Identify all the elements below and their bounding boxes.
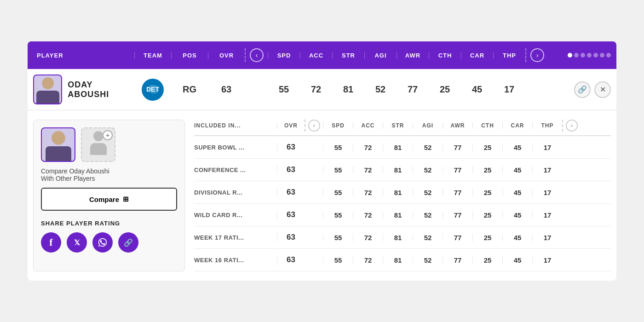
- row-3-ovr: 63: [277, 210, 305, 219]
- pagination-dot-5[interactable]: [593, 53, 598, 58]
- player-avatar: [33, 75, 62, 104]
- player-pos: RG: [171, 84, 208, 95]
- row-1-awr: 77: [443, 166, 472, 174]
- row-3-thp: 17: [532, 211, 562, 219]
- row-0-name: SUPER BOWL ...: [194, 144, 277, 151]
- pagination-dot-2[interactable]: [574, 53, 579, 58]
- row-2-car: 45: [502, 189, 532, 196]
- header-agi: AGI: [364, 52, 397, 59]
- row-5-awr: 77: [443, 256, 472, 264]
- row-0-acc: 72: [353, 144, 383, 151]
- player-name: ODAY ABOUSHI: [68, 80, 134, 99]
- pagination-dot-3[interactable]: [581, 53, 585, 58]
- row-1-ovr: 63: [277, 165, 305, 174]
- row-1-acc: 72: [353, 166, 383, 174]
- row-5-ovr: 63: [277, 255, 305, 264]
- content-area: + Compare Oday AboushiWith Other Players…: [28, 110, 616, 281]
- header-row: PLAYER TEAM POS OVR ‹ SPD ACC STR AGI AW…: [28, 41, 616, 69]
- pagination-dot-6[interactable]: [600, 53, 604, 58]
- header-ovr: OVR: [208, 52, 245, 59]
- prev-button[interactable]: ‹: [250, 48, 264, 62]
- row-5-str: 81: [383, 256, 413, 264]
- row-3-awr: 77: [443, 211, 472, 219]
- row-0-awr: 77: [443, 144, 472, 151]
- compare-avatar-secondary[interactable]: +: [81, 127, 115, 162]
- row-2-spd: 55: [323, 189, 353, 196]
- whatsapp-share-button[interactable]: [92, 232, 113, 253]
- row-0-thp: 17: [532, 144, 562, 151]
- row-1-car: 45: [502, 166, 532, 174]
- silhouette-body: [90, 143, 107, 155]
- header-thp: THP: [493, 52, 525, 59]
- th-agi: AGI: [413, 122, 443, 129]
- header-team: TEAM: [134, 52, 171, 59]
- header-player: PLAYER: [33, 52, 134, 59]
- player-spd: 55: [268, 84, 300, 95]
- twitter-share-button[interactable]: 𝕏: [67, 232, 87, 253]
- row-3-cth: 25: [472, 211, 502, 219]
- compare-label: Compare Oday AboushiWith Other Players: [41, 167, 177, 182]
- close-button[interactable]: ✕: [594, 81, 611, 98]
- table-header: INCLUDED IN... OVR ‹ SPD ACC STR AGI AWR…: [194, 120, 611, 136]
- row-1-spd: 55: [323, 166, 353, 174]
- player-ovr: 63: [208, 84, 245, 95]
- th-ovr: OVR: [277, 122, 305, 129]
- th-car: CAR: [502, 122, 532, 129]
- th-str: STR: [383, 122, 413, 129]
- header-acc: ACC: [300, 52, 332, 59]
- row-3-car: 45: [502, 211, 532, 219]
- team-logo: DET: [134, 78, 171, 101]
- row-4-cth: 25: [472, 234, 502, 242]
- header-nav-next[interactable]: ›: [525, 48, 548, 62]
- player-acc: 72: [300, 84, 332, 95]
- table-prev-button[interactable]: ‹: [308, 120, 320, 132]
- th-spd: SPD: [323, 122, 353, 129]
- row-0-ovr: 63: [277, 143, 305, 152]
- row-5-car: 45: [502, 256, 532, 264]
- header-pos: POS: [171, 52, 208, 59]
- player-agi: 52: [364, 84, 397, 95]
- row-1-name: CONFERENCE ...: [194, 167, 277, 173]
- silhouette-head: [93, 131, 104, 141]
- compare-panel: + Compare Oday AboushiWith Other Players…: [33, 120, 185, 271]
- header-spd: SPD: [268, 52, 300, 59]
- link-share-button[interactable]: 🔗: [118, 232, 138, 253]
- row-5-thp: 17: [532, 256, 562, 264]
- next-button[interactable]: ›: [530, 48, 544, 62]
- pagination-dot-1[interactable]: [568, 53, 572, 58]
- link-button[interactable]: 🔗: [574, 81, 591, 98]
- row-0-agi: 52: [413, 144, 443, 151]
- th-nav-prev[interactable]: ‹: [305, 120, 323, 132]
- row-5-spd: 55: [323, 256, 353, 264]
- lions-logo-svg: DET: [141, 78, 164, 101]
- header-nav-prev[interactable]: ‹: [245, 48, 268, 62]
- pagination-dot-4[interactable]: [587, 53, 592, 58]
- header-str: STR: [332, 52, 364, 59]
- facebook-share-button[interactable]: f: [41, 232, 61, 253]
- header-cth: CTH: [429, 52, 461, 59]
- table-row: WEEK 16 RATI... 63 55 72 81 52 77 25 45 …: [194, 249, 611, 271]
- th-nav-next[interactable]: ›: [562, 120, 581, 132]
- pagination: [548, 53, 611, 58]
- row-4-str: 81: [383, 234, 413, 242]
- table-row: DIVISIONAL R... 63 55 72 81 52 77 25 45 …: [194, 181, 611, 204]
- row-1-str: 81: [383, 166, 413, 174]
- row-1-cth: 25: [472, 166, 502, 174]
- share-icons: f 𝕏 🔗: [41, 232, 177, 253]
- player-actions: 🔗 ✕: [525, 81, 611, 98]
- pagination-dot-7[interactable]: [606, 53, 611, 58]
- table-next-button[interactable]: ›: [566, 120, 578, 132]
- row-5-agi: 52: [413, 256, 443, 264]
- player-str: 81: [332, 84, 364, 95]
- header-car: CAR: [461, 52, 493, 59]
- th-acc: ACC: [353, 122, 383, 129]
- ratings-table: INCLUDED IN... OVR ‹ SPD ACC STR AGI AWR…: [194, 120, 611, 271]
- player-cth: 25: [429, 84, 461, 95]
- share-section: SHARE PLAYER RATING f 𝕏 🔗: [41, 220, 177, 253]
- silhouette: [87, 131, 110, 159]
- row-4-spd: 55: [323, 234, 353, 242]
- row-0-spd: 55: [323, 144, 353, 151]
- player-awr: 77: [397, 84, 429, 95]
- compare-button[interactable]: Compare ⊞: [41, 188, 177, 211]
- compare-avatar-primary: [41, 127, 75, 162]
